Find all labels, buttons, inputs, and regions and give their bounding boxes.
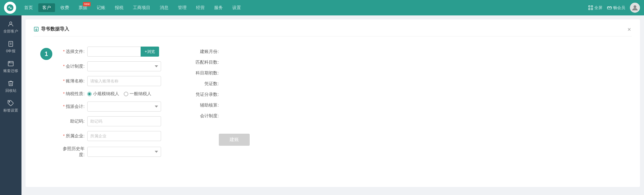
svg-point-6 bbox=[634, 5, 636, 8]
month-row: 建账月份: bbox=[192, 49, 279, 55]
accounting-row: 会计制度: bbox=[58, 61, 179, 71]
nav-right: 全屏 畅会员 bbox=[588, 3, 640, 13]
accounting-label: 会计制度: bbox=[58, 63, 85, 69]
nav-settings[interactable]: 设置 bbox=[228, 3, 245, 12]
nav-bookkeeping[interactable]: 记账 bbox=[93, 3, 109, 12]
svg-rect-3 bbox=[589, 8, 590, 10]
svg-rect-8 bbox=[9, 42, 13, 47]
tax-radio-small[interactable] bbox=[87, 92, 92, 96]
nav-manage[interactable]: 管理 bbox=[174, 3, 191, 12]
ledger-label: 账簿名称: bbox=[58, 78, 85, 84]
ledger-input[interactable] bbox=[87, 76, 161, 86]
ledger-row: 账簿名称: bbox=[58, 76, 179, 86]
page-title: 导爷数据导入 bbox=[41, 26, 69, 32]
history-select[interactable] bbox=[87, 147, 161, 157]
info-panel: 建账月份: 匹配科目数: 科目期初数: 凭证数: bbox=[192, 47, 279, 158]
nav-customer[interactable]: 客户 bbox=[38, 3, 55, 12]
page-header: 导爷数据导入 bbox=[34, 26, 632, 37]
svg-rect-11 bbox=[8, 61, 13, 66]
accountant-row: 指派会计: bbox=[58, 102, 179, 112]
nav-tax[interactable]: 报税 bbox=[111, 3, 128, 12]
nav-home[interactable]: 首页 bbox=[20, 3, 37, 12]
voucher-label: 凭证数: bbox=[192, 81, 219, 87]
match-label: 匹配科目数: bbox=[192, 59, 219, 65]
form-area: 1 选择文件: +浏览 会计制度: bbox=[34, 43, 632, 161]
file-label: 选择文件: bbox=[58, 49, 85, 55]
main-layout: 全部客户 0申报 账套迁移 回收站 标签设置 导爷数据导入 × bbox=[0, 15, 644, 195]
main-content: 导爷数据导入 × 1 选择文件: +浏览 bbox=[21, 15, 644, 195]
tax-option2-label[interactable]: 一般纳税人 bbox=[124, 91, 151, 97]
sidebar-item-all-customers[interactable]: 全部客户 bbox=[0, 18, 21, 37]
voucher-row: 凭证数: bbox=[192, 81, 279, 87]
vip-btn[interactable]: 畅会员 bbox=[607, 5, 625, 11]
sidebar-item-zero-declaration[interactable]: 0申报 bbox=[0, 38, 21, 56]
tax-label: 纳税性质: bbox=[58, 91, 85, 97]
logo bbox=[4, 2, 16, 14]
aux-label: 辅助核算: bbox=[192, 102, 219, 108]
history-row: 参照历史年度: bbox=[58, 146, 179, 158]
nav-business[interactable]: 工商项目 bbox=[129, 3, 154, 12]
aux-row: 辅助核算: bbox=[192, 102, 279, 108]
page-card: 导爷数据导入 × 1 选择文件: +浏览 bbox=[26, 19, 640, 187]
memo-input[interactable] bbox=[87, 116, 161, 126]
create-account-button[interactable]: 建账 bbox=[219, 134, 250, 146]
svg-point-14 bbox=[9, 102, 10, 103]
accountant-select-wrapper bbox=[87, 102, 161, 112]
accountant-label: 指派会计: bbox=[58, 104, 85, 110]
form-section-left: 1 选择文件: +浏览 会计制度: bbox=[40, 47, 179, 158]
company-input[interactable] bbox=[87, 131, 161, 141]
match-row: 匹配科目数: bbox=[192, 59, 279, 65]
sidebar: 全部客户 0申报 账套迁移 回收站 标签设置 bbox=[0, 15, 21, 195]
nav-invoice[interactable]: 票据 new bbox=[75, 3, 91, 12]
voucher-entries-label: 凭证分录数: bbox=[192, 91, 219, 97]
file-row: 选择文件: +浏览 bbox=[58, 47, 179, 57]
accounting-sys-row: 会计制度: bbox=[192, 113, 279, 119]
period-row: 科目期初数: bbox=[192, 70, 279, 76]
new-badge: new bbox=[83, 2, 91, 6]
import-icon bbox=[34, 26, 39, 32]
memo-row: 助记码: bbox=[58, 116, 179, 126]
voucher-entries-row: 凭证分录数: bbox=[192, 91, 279, 97]
tax-option1-label[interactable]: 小规模纳税人 bbox=[87, 91, 119, 97]
sidebar-item-tag-settings[interactable]: 标签设置 bbox=[0, 97, 21, 116]
svg-rect-4 bbox=[591, 8, 593, 10]
accounting-select-wrapper bbox=[87, 61, 161, 71]
file-input-group: +浏览 bbox=[87, 47, 159, 57]
accounting-sys-label: 会计制度: bbox=[192, 113, 219, 119]
accountant-select[interactable] bbox=[87, 102, 161, 112]
month-label: 建账月份: bbox=[192, 49, 219, 55]
company-row: 所属企业: bbox=[58, 131, 179, 141]
nav-service[interactable]: 服务 bbox=[210, 3, 227, 12]
top-nav: 首页 客户 收费 票据 new 记账 报税 工商项目 消息 管理 经营 服务 设… bbox=[0, 0, 644, 15]
sidebar-item-account-migration[interactable]: 账套迁移 bbox=[0, 58, 21, 76]
tax-row: 纳税性质: 小规模纳税人 一般纳税人 bbox=[58, 91, 179, 97]
nav-fee[interactable]: 收费 bbox=[56, 3, 73, 12]
svg-point-7 bbox=[10, 22, 12, 24]
form-grid: 选择文件: +浏览 会计制度: bbox=[58, 47, 179, 158]
svg-rect-1 bbox=[589, 6, 590, 7]
svg-rect-2 bbox=[591, 6, 593, 7]
memo-label: 助记码: bbox=[58, 118, 85, 124]
fullscreen-btn[interactable]: 全屏 bbox=[588, 5, 602, 11]
history-select-wrapper bbox=[87, 147, 161, 157]
file-input[interactable] bbox=[87, 47, 141, 57]
browse-button[interactable]: +浏览 bbox=[141, 47, 159, 57]
tax-radio-group: 小规模纳税人 一般纳税人 bbox=[87, 91, 151, 97]
period-label: 科目期初数: bbox=[192, 70, 219, 76]
history-label: 参照历史年度: bbox=[58, 146, 85, 158]
nav-message[interactable]: 消息 bbox=[156, 3, 172, 12]
step-badge: 1 bbox=[40, 48, 52, 60]
company-label: 所属企业: bbox=[58, 133, 85, 139]
user-avatar[interactable] bbox=[630, 3, 640, 13]
nav-operation[interactable]: 经营 bbox=[192, 3, 209, 12]
close-button[interactable]: × bbox=[625, 25, 633, 34]
accounting-select[interactable] bbox=[87, 61, 161, 71]
sidebar-item-recycle[interactable]: 回收站 bbox=[0, 77, 21, 96]
tax-radio-general[interactable] bbox=[124, 92, 128, 96]
